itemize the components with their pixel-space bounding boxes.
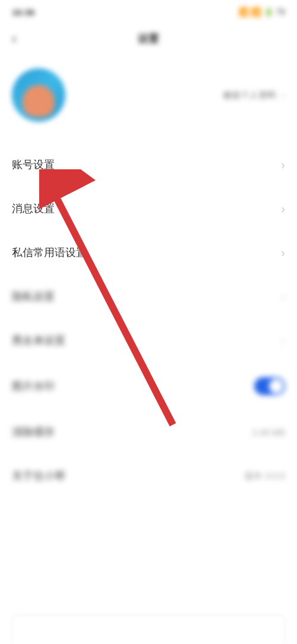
status-bar: 16:36 📶 📶 🔋 75 bbox=[0, 0, 297, 24]
list-item-about[interactable]: 关于住小帮 版本 3.0.0 bbox=[0, 454, 297, 498]
profile-section[interactable]: 修改个人资料 › bbox=[0, 53, 297, 143]
toggle-switch[interactable] bbox=[254, 377, 285, 395]
bottom-container bbox=[12, 614, 285, 644]
chevron-right-icon: › bbox=[281, 202, 285, 216]
list-item-blacklist[interactable]: 黑名单设置 › bbox=[0, 318, 297, 362]
list-item-quick-phrases[interactable]: 私信常用语设置 › bbox=[0, 231, 297, 274]
chevron-right-icon: › bbox=[281, 334, 285, 348]
status-time: 16:36 bbox=[12, 7, 34, 17]
chevron-right-icon: › bbox=[281, 290, 285, 304]
page-title: 设置 bbox=[138, 31, 159, 46]
list-item-message-settings[interactable]: 消息设置 › bbox=[0, 187, 297, 231]
chevron-right-icon: › bbox=[281, 246, 285, 260]
avatar[interactable] bbox=[12, 68, 65, 122]
list-item-label: 清除缓存 bbox=[12, 425, 55, 439]
chevron-right-icon: › bbox=[281, 89, 285, 102]
status-icons: 📶 📶 🔋 75 bbox=[239, 7, 285, 17]
list-item-label: 消息设置 bbox=[12, 201, 55, 216]
edit-profile-link[interactable]: 修改个人资料 › bbox=[223, 89, 285, 102]
header: ‹ 设置 bbox=[0, 24, 297, 53]
back-button[interactable]: ‹ bbox=[12, 30, 17, 47]
list-item-cache[interactable]: 清除缓存 2.49 MB bbox=[0, 410, 297, 454]
list-item-account-settings[interactable]: 账号设置 › bbox=[0, 143, 297, 187]
list-item-label: 私信常用语设置 bbox=[12, 245, 87, 260]
list-item-label: 关于住小帮 bbox=[12, 469, 65, 483]
list-item-value: 版本 3.0.0 bbox=[245, 471, 285, 482]
list-item-label: 图片水印 bbox=[12, 379, 55, 393]
list-item-watermark[interactable]: 图片水印 bbox=[0, 362, 297, 410]
list-item-value: 2.49 MB bbox=[252, 427, 285, 437]
list-item-label: 黑名单设置 bbox=[12, 333, 65, 348]
chevron-right-icon: › bbox=[281, 158, 285, 172]
edit-profile-label: 修改个人资料 bbox=[223, 90, 276, 101]
list-item-label: 账号设置 bbox=[12, 157, 55, 172]
list-item-privacy[interactable]: 隐私设置 › bbox=[0, 274, 297, 318]
settings-list: 账号设置 › 消息设置 › 私信常用语设置 › 隐私设置 › 黑名单设置 › 图… bbox=[0, 143, 297, 498]
list-item-label: 隐私设置 bbox=[12, 289, 55, 304]
